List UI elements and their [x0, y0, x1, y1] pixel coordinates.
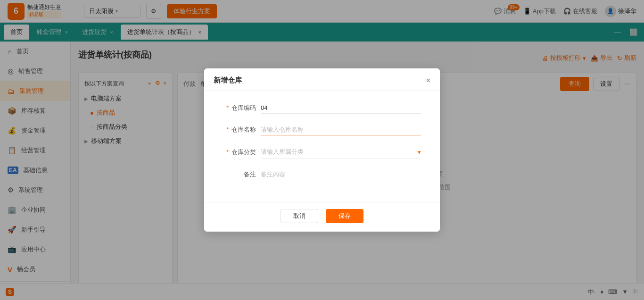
dialog-body: * 仓库编码 * 仓库名称 * 仓库分类 请输入所属 [204, 91, 440, 202]
category-select[interactable]: 请输入所属分类 ▾ [261, 146, 421, 158]
dialog-title: 新增仓库 [214, 76, 242, 85]
required-mark-name: * [226, 126, 229, 133]
form-row-code: * 仓库编码 [223, 102, 421, 114]
category-placeholder: 请输入所属分类 [261, 148, 304, 156]
code-label: * 仓库编码 [223, 104, 256, 112]
category-arrow-icon: ▾ [418, 149, 421, 156]
form-row-note: 备注 [223, 169, 421, 180]
cancel-button[interactable]: 取消 [281, 209, 318, 223]
required-mark-category: * [226, 149, 229, 156]
dialog-header: 新增仓库 × [204, 68, 440, 91]
form-row-name: * 仓库名称 [223, 124, 421, 135]
name-label: * 仓库名称 [223, 125, 256, 134]
modal-overlay[interactable]: 新增仓库 × * 仓库编码 * 仓库名称 [0, 0, 644, 300]
dialog-footer: 取消 保存 [204, 202, 440, 232]
form-row-category: * 仓库分类 请输入所属分类 ▾ [223, 146, 421, 158]
dialog-new-warehouse: 新增仓库 × * 仓库编码 * 仓库名称 [204, 68, 440, 232]
note-input[interactable] [261, 169, 421, 180]
required-mark: * [226, 104, 229, 111]
code-input[interactable] [261, 102, 421, 114]
name-input[interactable] [261, 124, 421, 135]
save-button[interactable]: 保存 [326, 209, 363, 223]
category-label: * 仓库分类 [223, 148, 256, 157]
note-label: 备注 [223, 170, 256, 179]
dialog-close-button[interactable]: × [426, 76, 430, 85]
